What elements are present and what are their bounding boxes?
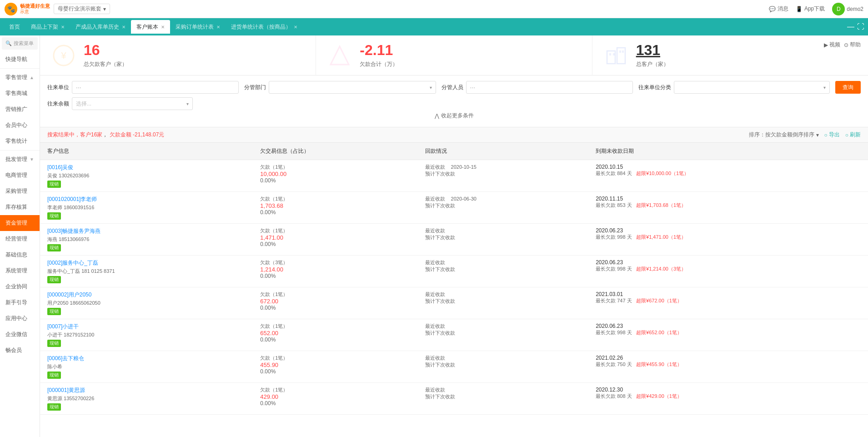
- from-unit-input[interactable]: ···: [72, 81, 239, 94]
- overdue-link[interactable]: 超限¥1,214.00（3笔）: [636, 266, 686, 271]
- tab-home[interactable]: 首页: [4, 20, 25, 34]
- last-payment-label: 最近收款 2020-06-30: [425, 196, 581, 202]
- tab-purchase-order-close[interactable]: ✕: [216, 25, 220, 30]
- sidebar-item-warehouse[interactable]: 库存核算: [0, 199, 40, 215]
- tab-product-history[interactable]: 产成品入库单历史 ✕: [70, 20, 131, 34]
- person-label: 分管人员: [442, 84, 463, 91]
- sidebar-basic-info-label: 基础信息: [5, 251, 27, 259]
- sidebar-item-app-center[interactable]: 应用中心: [0, 311, 40, 326]
- sidebar-search[interactable]: 🔍 搜索菜单: [2, 37, 38, 50]
- balance-select[interactable]: 选择... ▾: [72, 97, 193, 110]
- app-download-button[interactable]: 📱 App下载: [796, 5, 825, 13]
- sidebar-item-vip[interactable]: 畅会员: [0, 342, 40, 358]
- due-date-value: 2020.10.15: [596, 164, 861, 170]
- customer-name-link[interactable]: [0002]服务中心_丁磊: [47, 259, 246, 267]
- sidebar-item-enterprise[interactable]: 企业协同: [0, 279, 40, 295]
- overdue-link[interactable]: 超限¥1,703.68（1笔）: [636, 202, 686, 208]
- table-row: [0006]去下粮仓 陈小希 现销 欠款（1笔） 455.90 0.00% 最近…: [40, 351, 868, 383]
- sidebar-item-system[interactable]: 系统管理: [0, 263, 40, 279]
- tab-goods[interactable]: 商品上下架 ✕: [25, 20, 70, 34]
- customer-name-link[interactable]: [0007]小进干: [47, 323, 246, 331]
- sidebar-item-quick-nav[interactable]: 快捷导航: [0, 51, 40, 67]
- tab-product-history-close[interactable]: ✕: [122, 25, 125, 30]
- sidebar-item-purchase[interactable]: 采购管理: [0, 183, 40, 199]
- overdue-link[interactable]: 超限¥672.00（1笔）: [636, 298, 682, 303]
- tab-minimize-icon[interactable]: —: [847, 23, 854, 31]
- tab-customer-account[interactable]: 客户账本 ✕: [131, 20, 170, 34]
- table-row: [000002]用户2050 用户2050 18665062050 现销 欠款（…: [40, 287, 868, 319]
- tab-goods-close[interactable]: ✕: [61, 25, 65, 30]
- tab-maximize-icon[interactable]: ⛶: [857, 23, 864, 31]
- customer-name-link[interactable]: [0003]畅捷服务尹海燕: [47, 227, 246, 235]
- sort-selector[interactable]: 排序：按欠款金额倒序排序 ▾: [749, 131, 819, 139]
- customer-name-link[interactable]: [0016]吴俊: [47, 164, 246, 171]
- person-dots: ···: [470, 84, 476, 91]
- sidebar-item-retail-stats[interactable]: 零售统计: [0, 133, 40, 149]
- help-button[interactable]: ⊙ 帮助: [844, 41, 861, 49]
- sidebar-item-retail-mgmt[interactable]: 零售管理 ▲: [0, 70, 40, 85]
- customer-name-link[interactable]: [000002]用户2050: [47, 291, 246, 299]
- sidebar-item-operation[interactable]: 经营管理: [0, 231, 40, 247]
- person-input[interactable]: ···: [466, 81, 633, 94]
- user-menu[interactable]: D demo2: [832, 3, 863, 15]
- debtors-icon: ¥: [51, 43, 76, 68]
- dept-select[interactable]: ▾: [269, 81, 436, 94]
- overdue-link[interactable]: 超限¥1,471.00（1笔）: [636, 234, 686, 240]
- tab-customer-account-close[interactable]: ✕: [161, 25, 165, 30]
- customer-name-link[interactable]: [0006]去下粮仓: [47, 355, 246, 362]
- debt-count: 欠款（1笔）: [260, 355, 411, 362]
- cell-debt: 欠款（1笔） 455.90 0.00%: [253, 351, 418, 383]
- view-video-button[interactable]: ▶ 视频: [824, 41, 840, 49]
- next-payment-label: 预计下次收款: [425, 266, 581, 273]
- tab-purchase-order[interactable]: 采购订单统计表 ✕: [170, 20, 226, 34]
- stat-customers-value: 131: [636, 42, 669, 58]
- sidebar-item-member[interactable]: 会员中心: [0, 117, 40, 133]
- debt-amount[interactable]: 1,471.00: [260, 234, 411, 241]
- svg-marker-2: [331, 46, 349, 65]
- sidebar-item-marketing[interactable]: 营销推广: [0, 101, 40, 117]
- cell-collection: 最近收款 预计下次收款: [418, 351, 588, 383]
- search-button[interactable]: 查询: [835, 81, 861, 94]
- sidebar-item-finance[interactable]: 资金管理: [0, 215, 40, 231]
- debt-amount[interactable]: 455.90: [260, 362, 411, 368]
- cell-collection: 最近收款 预计下次收款: [418, 256, 588, 287]
- debt-amount[interactable]: 10,000.00: [260, 171, 411, 177]
- sidebar-item-retail-store[interactable]: 零售商城: [0, 85, 40, 101]
- tab-goods-label: 商品上下架: [31, 23, 58, 31]
- from-unit-label: 往来单位: [47, 84, 69, 91]
- sidebar-item-newbie[interactable]: 新手引导: [0, 295, 40, 311]
- tab-inbound-stats-close[interactable]: ✕: [294, 25, 297, 30]
- sidebar-item-ecommerce[interactable]: 电商管理: [0, 167, 40, 183]
- unit-category-select[interactable]: ▾: [674, 81, 830, 94]
- overdue-info: 最长欠款 998 天 超限¥652.00（1笔）: [596, 329, 861, 336]
- debt-amount[interactable]: 672.00: [260, 298, 411, 305]
- debt-count: 欠款（1笔）: [260, 227, 411, 234]
- overdue-link[interactable]: 超限¥652.00（1笔）: [636, 330, 682, 335]
- sidebar-item-batch-mgmt[interactable]: 批发管理 ▼: [0, 151, 40, 167]
- from-unit-dots: ···: [76, 84, 81, 91]
- overdue-days: 最长欠款 747 天: [596, 298, 635, 303]
- cell-customer: [0001020001]李老师 李老师 18600391516 现销: [40, 192, 253, 224]
- customer-name-link[interactable]: [000001]黄思源: [47, 387, 246, 394]
- collapse-button[interactable]: ⋀ 收起更多条件: [435, 112, 474, 120]
- overdue-info: 最长欠款 853 天 超限¥1,703.68（1笔）: [596, 202, 861, 209]
- export-button[interactable]: ○ 导出: [824, 131, 840, 139]
- search-label: 搜索菜单: [14, 40, 34, 47]
- refresh-button[interactable]: ○ 刷新: [845, 131, 861, 139]
- store-selector[interactable]: 母婴行业演示账套 ▾: [54, 4, 110, 14]
- cell-customer: [0007]小进干 小进干 18279152100 现销: [40, 319, 253, 351]
- overdue-link[interactable]: 超限¥455.90（1笔）: [636, 362, 682, 367]
- table-row: [0003]畅捷服务尹海燕 海燕 18513066976 现销 欠款（1笔） 1…: [40, 224, 868, 256]
- sidebar-item-basic-info[interactable]: 基础信息: [0, 247, 40, 263]
- debt-amount[interactable]: 1,214.00: [260, 266, 411, 273]
- sidebar-item-corp-wechat[interactable]: 企业微信: [0, 326, 40, 342]
- debt-amount[interactable]: 429.00: [260, 393, 411, 400]
- overdue-link[interactable]: 超限¥10,000.00（1笔）: [636, 171, 689, 176]
- debt-amount[interactable]: 1,703.68: [260, 202, 411, 209]
- overdue-link[interactable]: 超限¥429.00（1笔）: [636, 393, 682, 399]
- debt-amount[interactable]: 652.00: [260, 330, 411, 337]
- next-payment-label: 预计下次收款: [425, 298, 581, 305]
- message-button[interactable]: 💬 消息: [769, 5, 788, 13]
- tab-inbound-stats[interactable]: 进货单统计表（按商品） ✕: [226, 20, 303, 34]
- customer-name-link[interactable]: [0001020001]李老师: [47, 196, 246, 203]
